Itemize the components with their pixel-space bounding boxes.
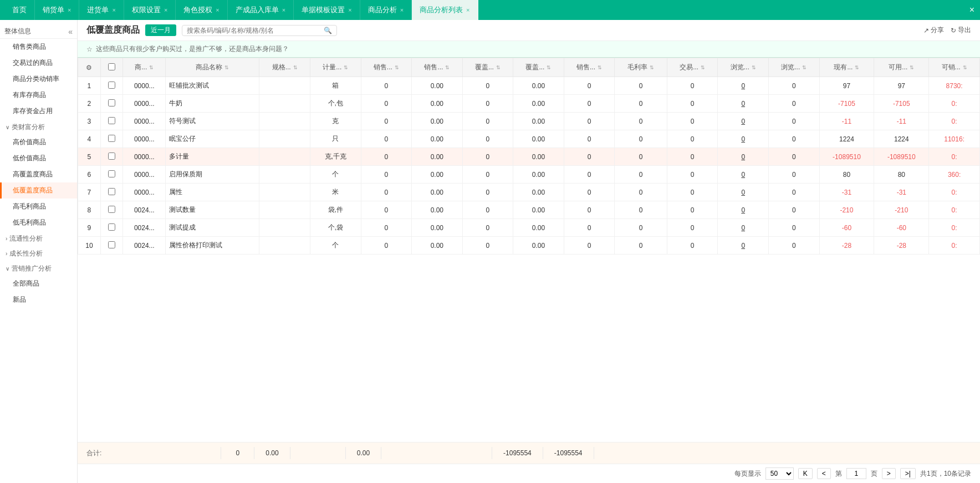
search-input[interactable] <box>187 27 324 34</box>
sidebar-section-marketing[interactable]: ∨营销推广分析 <box>0 261 77 276</box>
row-checkbox[interactable] <box>108 206 115 213</box>
cell-check[interactable] <box>100 148 122 166</box>
cell-browse1[interactable]: 0 <box>718 148 769 166</box>
cell-check[interactable] <box>100 201 122 219</box>
sidebar-item-high-margin[interactable]: 高毛利商品 <box>0 199 77 215</box>
browse1-link[interactable]: 0 <box>741 153 745 161</box>
cell-browse1[interactable]: 0 <box>718 219 769 237</box>
search-icon[interactable]: 🔍 <box>324 27 332 34</box>
cell-browse1[interactable]: 0 <box>718 77 769 95</box>
browse1-link[interactable]: 0 <box>741 118 745 125</box>
th-coverage1[interactable]: 覆盖...⇅ <box>462 58 513 77</box>
sidebar-item-all-goods[interactable]: 全部商品 <box>0 276 77 292</box>
th-sellable[interactable]: 可销...⇅ <box>929 58 980 77</box>
close-all-tabs[interactable]: × <box>969 5 974 15</box>
th-current[interactable]: 现有...⇅ <box>819 58 874 77</box>
th-browse1[interactable]: 浏览...⇅ <box>718 58 769 77</box>
nav-item-purchase[interactable]: 进货单 × <box>79 0 124 20</box>
row-checkbox[interactable] <box>108 99 115 106</box>
close-icon[interactable]: × <box>216 7 219 13</box>
cell-browse1[interactable]: 0 <box>718 237 769 255</box>
row-checkbox[interactable] <box>108 117 115 124</box>
browse1-link[interactable]: 0 <box>741 100 745 108</box>
sidebar-item-inventory[interactable]: 有库存商品 <box>0 87 77 103</box>
export-button[interactable]: ↻ 导出 <box>951 26 971 35</box>
sidebar-item-capital[interactable]: 库存资金占用 <box>0 103 77 119</box>
th-sales-amt[interactable]: 销售...⇅ <box>412 58 463 77</box>
current-page-input[interactable] <box>846 468 866 479</box>
th-unit[interactable]: 计量...⇅ <box>310 58 361 77</box>
cell-check[interactable] <box>100 166 122 184</box>
th-settings[interactable]: ⚙ <box>78 58 101 77</box>
sidebar-item-traded-goods[interactable]: 交易过的商品 <box>0 55 77 71</box>
cell-check[interactable] <box>100 184 122 201</box>
close-icon[interactable]: × <box>164 7 167 13</box>
row-checkbox[interactable] <box>108 152 115 160</box>
cell-browse1[interactable]: 0 <box>718 166 769 184</box>
sidebar-item-low-coverage[interactable]: 低覆盖度商品 <box>0 182 77 199</box>
browse1-link[interactable]: 0 <box>741 171 745 179</box>
row-checkbox[interactable] <box>108 241 115 248</box>
sidebar-section-growth[interactable]: ›成长性分析 <box>0 246 77 261</box>
sidebar-section-circulation[interactable]: ›流通性分析 <box>0 231 77 246</box>
nav-item-warehouse[interactable]: 产成品入库单 × <box>228 0 294 20</box>
th-sales-extra[interactable]: 销售...⇅ <box>564 58 615 77</box>
close-icon[interactable]: × <box>68 7 71 13</box>
browse1-link[interactable]: 0 <box>741 135 745 143</box>
row-checkbox[interactable] <box>108 170 115 177</box>
sidebar-item-low-value[interactable]: 低价值商品 <box>0 150 77 166</box>
sidebar-collapse-btn[interactable]: « <box>68 27 73 36</box>
sidebar-item-new-goods[interactable]: 新品 <box>0 292 77 308</box>
browse1-link[interactable]: 0 <box>741 224 745 232</box>
browse1-link[interactable]: 0 <box>741 82 745 90</box>
sidebar-item-sales-goods[interactable]: 销售类商品 <box>0 39 77 55</box>
close-icon[interactable]: × <box>112 7 115 13</box>
nav-item-home[interactable]: 首页 <box>4 0 35 20</box>
th-code[interactable]: 商...⇅ <box>123 58 166 77</box>
nav-item-permissions[interactable]: 权限设置 × <box>124 0 176 20</box>
row-checkbox[interactable] <box>108 82 115 89</box>
cell-browse1[interactable]: 0 <box>718 201 769 219</box>
nav-item-analysis-list[interactable]: 商品分析列表 × <box>412 0 478 20</box>
cell-check[interactable] <box>100 113 122 130</box>
sidebar-item-high-value[interactable]: 高价值商品 <box>0 134 77 150</box>
close-icon[interactable]: × <box>466 7 469 13</box>
browse1-link[interactable]: 0 <box>741 189 745 196</box>
share-button[interactable]: ↗ 分享 <box>923 26 944 35</box>
select-all-checkbox[interactable] <box>108 63 115 70</box>
th-sales-qty[interactable]: 销售...⇅ <box>361 58 412 77</box>
nav-item-roles[interactable]: 角色授权 × <box>176 0 227 20</box>
row-checkbox[interactable] <box>108 188 115 195</box>
sidebar-section-wealth[interactable]: ∨类财富分析 <box>0 119 77 134</box>
row-checkbox[interactable] <box>108 135 115 142</box>
sidebar-item-category-rate[interactable]: 商品分类动销率 <box>0 71 77 87</box>
th-trade[interactable]: 交易...⇅ <box>667 58 718 77</box>
row-checkbox[interactable] <box>108 223 115 231</box>
th-gross-margin[interactable]: 毛利率⇅ <box>615 58 667 77</box>
cell-check[interactable] <box>100 77 122 95</box>
sidebar-item-high-coverage[interactable]: 高覆盖度商品 <box>0 166 77 182</box>
cell-browse1[interactable]: 0 <box>718 113 769 130</box>
prev-page-button[interactable]: < <box>817 468 831 479</box>
nav-item-analysis[interactable]: 商品分析 × <box>360 0 412 20</box>
browse1-link[interactable]: 0 <box>741 242 745 250</box>
first-page-button[interactable]: K <box>798 468 813 479</box>
cell-check[interactable] <box>100 95 122 113</box>
cell-browse1[interactable]: 0 <box>718 130 769 148</box>
per-page-select[interactable]: 50 100 200 <box>765 467 794 480</box>
close-icon[interactable]: × <box>400 7 404 13</box>
nav-item-template[interactable]: 单据模板设置 × <box>294 0 360 20</box>
close-icon[interactable]: × <box>348 7 351 13</box>
th-available[interactable]: 可用...⇅ <box>874 58 929 77</box>
cell-browse1[interactable]: 0 <box>718 184 769 201</box>
nav-item-sales[interactable]: 销货单 × <box>35 0 79 20</box>
cell-check[interactable] <box>100 237 122 255</box>
th-coverage2[interactable]: 覆盖...⇅ <box>513 58 564 77</box>
cell-browse1[interactable]: 0 <box>718 95 769 113</box>
th-name[interactable]: 商品名称⇅ <box>166 58 259 77</box>
th-browse2[interactable]: 浏览...⇅ <box>769 58 820 77</box>
cell-check[interactable] <box>100 130 122 148</box>
th-check[interactable] <box>100 58 122 77</box>
cell-check[interactable] <box>100 219 122 237</box>
close-icon[interactable]: × <box>282 7 285 13</box>
